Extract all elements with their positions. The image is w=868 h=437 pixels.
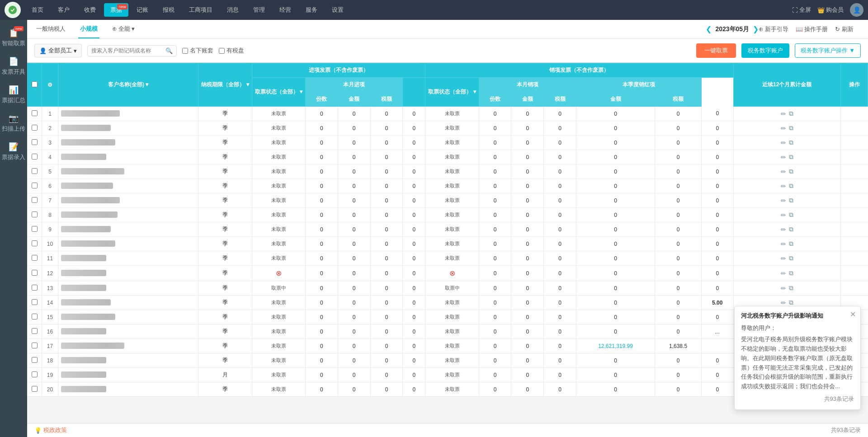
edit-icon[interactable]: ✏ <box>781 270 786 277</box>
tab-small-scale[interactable]: 小规模 <box>78 20 99 38</box>
nav-tax[interactable]: 报税 <box>156 3 181 17</box>
member-btn[interactable]: 👑 购会员 <box>817 6 844 14</box>
select-all-checkbox[interactable] <box>32 81 38 87</box>
nav-accounting[interactable]: 记账 <box>130 3 155 17</box>
out-status-label: 未取票 <box>445 386 460 392</box>
edit-icon[interactable]: ✏ <box>781 139 786 146</box>
nav-ticket[interactable]: 票据 new <box>104 3 128 17</box>
in-extra-cell: 0 <box>403 164 425 179</box>
sidebar-item-smart-ticket[interactable]: new 📋 智能取票 <box>0 24 27 51</box>
sidebar-item-scan-upload[interactable]: 📷 扫描上传 <box>0 110 27 136</box>
copy-icon[interactable]: ⧉ <box>789 124 793 132</box>
row-checkbox[interactable] <box>32 139 38 145</box>
copy-icon[interactable]: ⧉ <box>789 299 793 306</box>
row-checkbox[interactable] <box>32 183 38 188</box>
prev-month-btn[interactable]: ❮ <box>706 25 712 33</box>
checkbox-named-accounts[interactable]: 名下账套 <box>182 47 213 55</box>
fullscreen-btn[interactable]: ⛶ 全屏 <box>792 6 811 14</box>
row-checkbox[interactable] <box>32 314 38 320</box>
nav-manage[interactable]: 管理 <box>247 3 271 17</box>
edit-icon[interactable]: ✏ <box>781 168 786 175</box>
row-checkbox[interactable] <box>32 226 38 232</box>
tab-all-capable[interactable]: ⊕ 全能 ▾ <box>110 20 137 38</box>
nav-fee[interactable]: 收费 <box>78 3 102 17</box>
row-checkbox[interactable] <box>32 386 38 392</box>
row-checkbox[interactable] <box>32 270 38 276</box>
row-checkbox[interactable] <box>32 371 38 377</box>
edit-icon[interactable]: ✏ <box>781 299 786 306</box>
next-month-btn[interactable]: ❯ <box>753 25 759 33</box>
row-checkbox[interactable] <box>32 110 38 116</box>
nav-home[interactable]: 首页 <box>25 3 50 17</box>
avatar[interactable]: 👤 <box>850 3 863 17</box>
refresh-btn[interactable]: ↻ 刷新 <box>835 25 854 33</box>
guide-btn[interactable]: ⊕ 新手引导 <box>759 25 788 33</box>
edit-icon[interactable]: ✏ <box>781 125 786 132</box>
copy-icon[interactable]: ⧉ <box>789 153 793 161</box>
copy-icon[interactable]: ⧉ <box>789 139 793 146</box>
out-count-cell: 0 <box>479 121 511 136</box>
edit-icon[interactable]: ✏ <box>781 183 786 190</box>
edit-icon[interactable]: ✏ <box>781 197 786 204</box>
row-checkbox[interactable] <box>32 343 38 348</box>
copy-icon[interactable]: ⧉ <box>789 269 793 277</box>
copy-icon[interactable]: ⧉ <box>789 240 793 248</box>
edit-icon[interactable]: ✏ <box>781 285 786 292</box>
copy-icon[interactable]: ⧉ <box>789 284 793 292</box>
row-checkbox[interactable] <box>32 285 38 291</box>
digital-account-btn[interactable]: 税务数字账户 <box>741 43 789 58</box>
row-checkbox[interactable] <box>32 197 38 203</box>
row-checkbox-cell <box>28 107 42 121</box>
row-checkbox[interactable] <box>32 255 38 261</box>
nav-message[interactable]: 消息 <box>221 3 245 17</box>
checkbox-has-taxdisk[interactable]: 有税盘 <box>219 47 244 55</box>
out-status-label: 未取票 <box>445 197 460 203</box>
notification-close-btn[interactable]: ✕ <box>850 310 856 319</box>
edit-icon[interactable]: ✏ <box>781 110 786 117</box>
digital-account-ops-btn[interactable]: 税务数字账户操作 ▼ <box>795 43 861 58</box>
tax-policy-link[interactable]: 💡 税政政策 <box>34 426 67 434</box>
row-checkbox[interactable] <box>32 154 38 160</box>
sidebar-item-ticket-entry[interactable]: 📝 票据录入 <box>0 138 27 165</box>
copy-icon[interactable]: ⧉ <box>789 182 793 190</box>
sidebar-item-invoice-open[interactable]: 📄 发票开具 <box>0 53 27 80</box>
has-taxdisk-checkbox[interactable] <box>219 48 225 54</box>
row-checkbox[interactable] <box>32 357 38 363</box>
employee-select[interactable]: 👤 全部员工 ▾ <box>34 44 82 57</box>
search-icon[interactable]: 🔍 <box>165 47 173 54</box>
edit-icon[interactable]: ✏ <box>781 211 786 219</box>
nav-operation[interactable]: 经营 <box>273 3 297 17</box>
nav-settings[interactable]: 设置 <box>326 3 350 17</box>
row-checkbox[interactable] <box>32 211 38 217</box>
tab-general-taxpayer[interactable]: 一般纳税人 <box>34 20 67 38</box>
copy-icon[interactable]: ⧉ <box>789 110 793 117</box>
edit-icon[interactable]: ✏ <box>781 154 786 161</box>
copy-icon[interactable]: ⧉ <box>789 168 793 175</box>
edit-icon[interactable]: ✏ <box>781 255 786 262</box>
manual-btn[interactable]: 📖 操作手册 <box>796 25 828 33</box>
period-cell: 季 <box>198 164 252 179</box>
nav-client[interactable]: 客户 <box>52 3 76 17</box>
row-checkbox[interactable] <box>32 168 38 174</box>
search-input[interactable] <box>91 47 164 54</box>
in-extra-cell: 0 <box>403 222 425 237</box>
row-checkbox[interactable] <box>32 299 38 305</box>
edit-icon[interactable]: ✏ <box>781 240 786 248</box>
sidebar-item-ticket-summary[interactable]: 📊 票据汇总 <box>0 81 27 108</box>
row-checkbox[interactable] <box>32 328 38 334</box>
row-checkbox[interactable] <box>32 125 38 131</box>
in-amount-cell: 0 <box>338 296 370 310</box>
row-checkbox[interactable] <box>32 240 38 246</box>
copy-icon[interactable]: ⧉ <box>789 226 793 233</box>
edit-icon[interactable]: ✏ <box>781 226 786 233</box>
named-accounts-checkbox[interactable] <box>182 48 188 54</box>
nav-business[interactable]: 工商项目 <box>183 3 219 17</box>
copy-icon[interactable]: ⧉ <box>789 197 793 204</box>
in-status-cell: 未取票 <box>252 368 305 382</box>
red-tax-cell: 0 <box>655 310 702 324</box>
one-click-ticket-btn[interactable]: 一键取票 <box>696 43 736 58</box>
in-count-cell: 0 <box>306 310 338 324</box>
copy-icon[interactable]: ⧉ <box>789 211 793 219</box>
copy-icon[interactable]: ⧉ <box>789 254 793 262</box>
nav-service[interactable]: 服务 <box>299 3 324 17</box>
